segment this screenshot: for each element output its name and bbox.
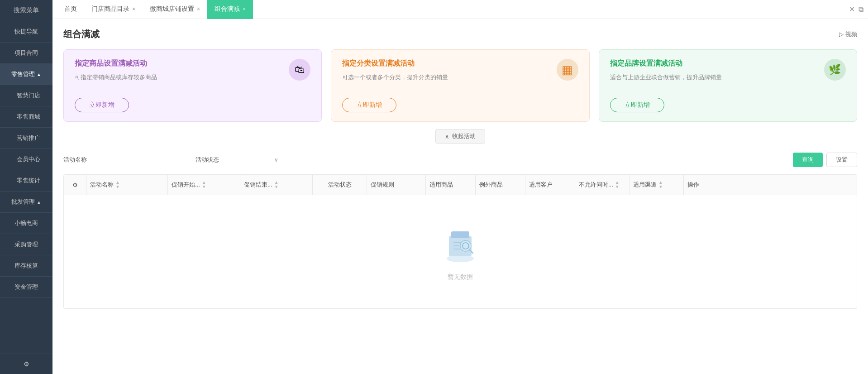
category-card-title: 指定分类设置满减活动 [342, 59, 578, 68]
empty-text: 暂无数据 [448, 273, 473, 281]
wholesale-mgmt-arrow: ▲ [37, 200, 41, 205]
window-controls: ✕ ⧉ [849, 5, 863, 14]
filter-name-input[interactable] [96, 154, 186, 165]
th-except: 例外商品 [476, 175, 525, 195]
category-card-icon: ▦ [557, 59, 578, 81]
sidebar-item-project-contract[interactable]: 项目合同 [0, 43, 52, 64]
th-name[interactable]: 活动名称 ▲▼ [86, 175, 168, 195]
cards-row: 🛍 指定商品设置满减活动 可指定滞销商品或库存较多商品 立即新增 ▦ 指定分类设… [63, 49, 857, 122]
sidebar: 搜索菜单 快捷导航 项目合同 零售管理 ▲ 智慧门店 零售商城 营销推广 会员中… [0, 0, 52, 374]
filter-status-select[interactable]: ∨ [228, 155, 319, 165]
gear-icon: ⚙ [72, 182, 78, 188]
th-status: 活动状态 [313, 175, 367, 195]
filter-actions: 查询 设置 [793, 153, 857, 167]
sidebar-search[interactable]: 搜索菜单 [0, 0, 52, 21]
product-card-icon: 🛍 [289, 59, 310, 81]
retail-mgmt-arrow: ▲ [37, 72, 41, 77]
play-icon: ▷ [839, 31, 844, 38]
sidebar-item-purchase-mgmt[interactable]: 采购管理 [0, 234, 52, 255]
tab-combo-discount-close[interactable]: × [243, 6, 246, 12]
maximize-window-icon[interactable]: ⧉ [858, 5, 863, 14]
video-link[interactable]: ▷ 视频 [839, 30, 857, 38]
th-customer: 适用客户 [525, 175, 575, 195]
empty-icon [438, 222, 483, 268]
th-rule: 促销规则 [367, 175, 426, 195]
sidebar-item-marketing[interactable]: 营销推广 [0, 128, 52, 149]
sort-end-icon: ▲▼ [274, 180, 279, 189]
th-channel[interactable]: 适用渠道 ▲▼ [630, 175, 684, 195]
category-card: ▦ 指定分类设置满减活动 可选一个或者多个分类，提升分类的销量 立即新增 [331, 49, 589, 122]
collapse-btn[interactable]: ∧ 收起活动 [435, 129, 485, 144]
sort-name-icon: ▲▼ [115, 180, 120, 189]
product-card-title: 指定商品设置满减活动 [75, 59, 310, 68]
chevron-up-icon: ∧ [445, 133, 449, 140]
th-gear[interactable]: ⚙ [64, 175, 86, 195]
brand-card: 🌿 指定品牌设置满减活动 适合与上游企业联合做营销，提升品牌销量 立即新增 [599, 49, 857, 122]
sidebar-item-retail-stats[interactable]: 零售统计 [0, 170, 52, 192]
sidebar-item-member-center[interactable]: 会员中心 [0, 149, 52, 170]
tabs-bar: 首页 门店商品目录 × 微商城店铺设置 × 组合满减 × ✕ ⧉ [52, 0, 868, 19]
data-table: ⚙ 活动名称 ▲▼ 促销开始... ▲▼ 促销结束... ▲▼ 活动状态 [63, 174, 857, 309]
sidebar-item-wholesale-mgmt[interactable]: 批发管理 ▲ [0, 192, 52, 213]
tab-weichat-store[interactable]: 微商城店铺设置 × [143, 0, 207, 19]
th-action: 操作 [684, 175, 857, 195]
page-header: 组合满减 ▷ 视频 [63, 28, 857, 40]
sidebar-item-retail-mall[interactable]: 零售商城 [0, 106, 52, 128]
sidebar-item-fund-mgmt[interactable]: 资金管理 [0, 277, 52, 298]
sidebar-item-retail-mgmt[interactable]: 零售管理 ▲ [0, 64, 52, 85]
gear-icon: ⚙ [24, 360, 29, 368]
sort-start-icon: ▲▼ [202, 180, 206, 189]
sidebar-settings[interactable]: ⚙ [0, 354, 52, 374]
filter-row: 活动名称 活动状态 ∨ 查询 设置 [63, 153, 857, 167]
tab-store-catalog-close[interactable]: × [132, 6, 135, 12]
sidebar-item-quick-nav[interactable]: 快捷导航 [0, 21, 52, 43]
sidebar-item-xiaochang[interactable]: 小畅电商 [0, 213, 52, 234]
brand-card-icon: 🌿 [824, 59, 846, 81]
tab-weichat-store-close[interactable]: × [197, 6, 200, 12]
svg-rect-2 [451, 231, 469, 238]
brand-card-btn[interactable]: 立即新增 [610, 98, 664, 112]
settings-button[interactable]: 设置 [826, 153, 857, 167]
chevron-down-icon: ∨ [274, 157, 319, 163]
tab-home[interactable]: 首页 [57, 0, 84, 19]
main-area: 首页 门店商品目录 × 微商城店铺设置 × 组合满减 × ✕ ⧉ 组合满减 ▷ … [52, 0, 868, 374]
tab-store-catalog[interactable]: 门店商品目录 × [84, 0, 143, 19]
sidebar-item-smart-store[interactable]: 智慧门店 [0, 85, 52, 106]
sidebar-item-inventory-calc[interactable]: 库存核算 [0, 255, 52, 277]
sort-nosimul-icon: ▲▼ [615, 180, 620, 189]
product-card-desc: 可指定滞销商品或库存较多商品 [75, 73, 310, 82]
product-card-btn[interactable]: 立即新增 [75, 98, 129, 112]
th-nosimul[interactable]: 不允许同时... ▲▼ [575, 175, 630, 195]
th-start[interactable]: 促销开始... ▲▼ [168, 175, 240, 195]
collapse-bar: ∧ 收起活动 [63, 129, 857, 144]
brand-card-title: 指定品牌设置满减活动 [610, 59, 846, 68]
filter-name-label: 活动名称 [63, 156, 87, 164]
close-window-icon[interactable]: ✕ [849, 5, 855, 14]
query-button[interactable]: 查询 [793, 153, 823, 167]
tab-combo-discount[interactable]: 组合满减 × [207, 0, 253, 19]
brand-card-desc: 适合与上游企业联合做营销，提升品牌销量 [610, 73, 846, 82]
table-header: ⚙ 活动名称 ▲▼ 促销开始... ▲▼ 促销结束... ▲▼ 活动状态 [64, 175, 857, 195]
category-card-btn[interactable]: 立即新增 [342, 98, 396, 112]
product-card: 🛍 指定商品设置满减活动 可指定滞销商品或库存较多商品 立即新增 [63, 49, 322, 122]
page-title: 组合满减 [63, 28, 100, 40]
th-goods: 适用商品 [426, 175, 476, 195]
empty-state: 暂无数据 [64, 195, 857, 308]
th-end[interactable]: 促销结束... ▲▼ [240, 175, 313, 195]
content-area: 组合满减 ▷ 视频 🛍 指定商品设置满减活动 可指定滞销商品或库存较多商品 立即… [52, 19, 868, 374]
filter-status-label: 活动状态 [196, 156, 219, 164]
sort-channel-icon: ▲▼ [658, 180, 663, 189]
category-card-desc: 可选一个或者多个分类，提升分类的销量 [342, 73, 578, 82]
